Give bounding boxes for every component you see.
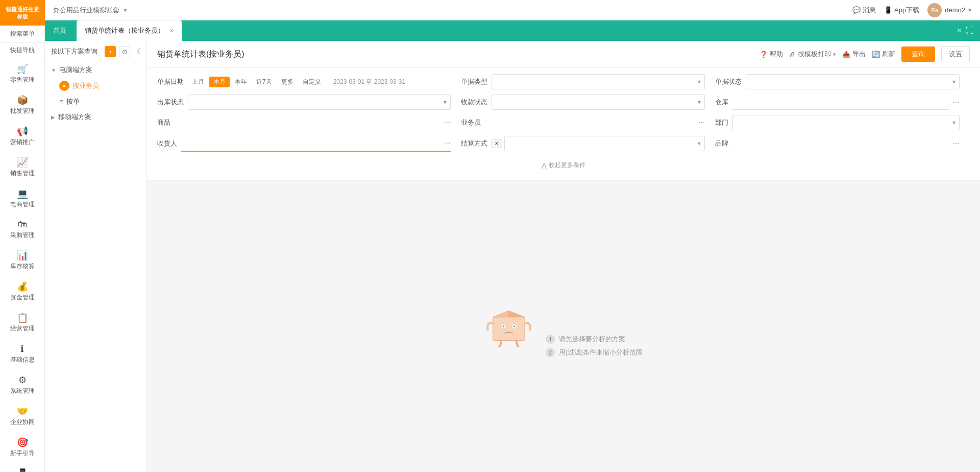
sidebar-item-marketing[interactable]: 📢 营销推广 bbox=[0, 121, 44, 152]
user-area[interactable]: Ea demo2 ▾ bbox=[927, 3, 972, 17]
sidebar-item-enterprise[interactable]: 🤝 企业协同 bbox=[0, 400, 44, 432]
date-tab-thismonth[interactable]: 本月 bbox=[209, 77, 230, 87]
date-tab-more[interactable]: 更多 bbox=[277, 77, 298, 87]
help-label: 帮助 bbox=[770, 50, 783, 59]
brand-more-icon[interactable]: ··· bbox=[953, 139, 960, 148]
tab-expand-btn[interactable]: ⛶ bbox=[966, 26, 974, 35]
export-btn[interactable]: 📤 导出 bbox=[842, 50, 866, 59]
sidebar-item-retail[interactable]: 🛒 零售管理 bbox=[0, 58, 44, 89]
avatar-text: Ea bbox=[932, 7, 938, 13]
sidebar-item-wholesale[interactable]: 📦 批发管理 bbox=[0, 89, 44, 121]
tree-item-order[interactable]: ≡ 按单 bbox=[55, 94, 146, 109]
date-tab-custom[interactable]: 自定义 bbox=[299, 77, 325, 87]
stockstatus-label: 出库状态 bbox=[157, 98, 184, 107]
sidebar-item-appcenter[interactable]: 📱 应用中心 bbox=[0, 463, 44, 472]
goods-input[interactable] bbox=[175, 115, 439, 130]
print-icon: 🖨 bbox=[789, 51, 796, 58]
warehouse-more-icon[interactable]: ··· bbox=[953, 98, 960, 107]
stockstatus-select[interactable] bbox=[188, 95, 451, 110]
receiver-input[interactable] bbox=[181, 135, 439, 151]
refresh-btn[interactable]: 🔄 刷新 bbox=[872, 50, 895, 59]
avatar: Ea bbox=[927, 3, 942, 17]
tree-item-salesman[interactable]: ● 按业务员 bbox=[55, 78, 146, 94]
tab-close-icon[interactable]: × bbox=[169, 27, 174, 35]
edit-scheme-btn[interactable]: ⊙ bbox=[119, 46, 130, 57]
sidebar-item-purchase[interactable]: 🛍 采购管理 bbox=[0, 214, 44, 245]
page-header-actions: ❓ 帮助 🖨 按模板打印 ▾ 📤 导出 🔄 刷新 bbox=[760, 46, 970, 67]
tree-mobile-expand-icon: ▶ bbox=[51, 114, 55, 120]
filter-group-billstatus: 单据状态 ▾ bbox=[715, 74, 970, 89]
tree-mobile[interactable]: ▶ 移动端方案 bbox=[45, 109, 146, 125]
date-tab-last7[interactable]: 近7天 bbox=[252, 77, 276, 87]
topbar: 办公用品行业模拟账套 ▾ 💬 消息 📱 App下载 Ea demo2 ▾ bbox=[45, 0, 980, 20]
help-icon: ❓ bbox=[760, 51, 768, 58]
workspace-dropdown-icon[interactable]: ▾ bbox=[124, 6, 127, 14]
retail-icon: 🛒 bbox=[17, 63, 28, 75]
svg-point-4 bbox=[513, 325, 515, 327]
tab-home-label: 首页 bbox=[53, 26, 66, 35]
date-tab-thisyear[interactable]: 本年 bbox=[231, 77, 251, 87]
app-download-btn[interactable]: 📱 App下载 bbox=[884, 6, 919, 15]
logo-subtext: 标版 bbox=[17, 13, 28, 20]
billstatus-select[interactable] bbox=[746, 74, 960, 89]
tab-close-btn[interactable]: × bbox=[957, 26, 962, 35]
date-tab-lastmonth[interactable]: 上月 bbox=[188, 77, 208, 87]
filter-group-goods: 商品 ··· bbox=[157, 115, 461, 130]
template-print-btn[interactable]: 🖨 按模板打印 ▾ bbox=[789, 50, 836, 59]
export-icon: 📤 bbox=[842, 51, 850, 58]
system-icon: ⚙ bbox=[18, 374, 27, 386]
message-icon: 💬 bbox=[852, 6, 861, 14]
purchase-label: 采购管理 bbox=[10, 231, 35, 240]
filter-group-salesman: 业务员 ··· bbox=[461, 115, 716, 130]
svg-rect-0 bbox=[493, 317, 525, 341]
sidebar-item-newguide[interactable]: 🎯 新手引导 bbox=[0, 432, 44, 463]
page-title: 销货单统计表(按业务员) bbox=[157, 49, 244, 65]
paymentstatus-label: 收款状态 bbox=[461, 98, 487, 107]
messages-label: 消息 bbox=[863, 6, 876, 15]
salesman-input[interactable] bbox=[485, 115, 694, 130]
billtype-select[interactable] bbox=[492, 74, 705, 89]
goods-more-icon[interactable]: ··· bbox=[444, 118, 450, 127]
topbar-right: 💬 消息 📱 App下载 Ea demo2 ▾ bbox=[852, 3, 972, 17]
ecommerce-icon: 💻 bbox=[17, 188, 28, 199]
collapse-more-btn[interactable]: ⋀ 收起更多条件 bbox=[535, 160, 592, 171]
sidebar-item-ecommerce[interactable]: 💻 电商管理 bbox=[0, 183, 44, 214]
filter-row-3: 商品 ··· 业务员 ··· 部门 bbox=[157, 115, 970, 130]
sidebar-quicknav-section[interactable]: 快捷导航 bbox=[0, 43, 44, 58]
workspace-name: 办公用品行业模拟账套 bbox=[53, 6, 119, 15]
system-label: 系统管理 bbox=[10, 387, 35, 395]
settings-button[interactable]: 设置 bbox=[941, 46, 970, 62]
sidebar-item-basicinfo[interactable]: ℹ 基础信息 bbox=[0, 338, 44, 369]
paymethod-select[interactable] bbox=[504, 136, 705, 151]
billtype-label: 单据类型 bbox=[461, 77, 487, 86]
collapse-panel-btn[interactable]: 《 bbox=[133, 47, 140, 56]
user-dropdown-icon[interactable]: ▾ bbox=[968, 6, 972, 14]
sidebar-search-section[interactable]: 搜索菜单 bbox=[0, 26, 44, 43]
tabbar-controls: × ⛶ bbox=[957, 26, 980, 35]
sidebar-item-operations[interactable]: 📋 经营管理 bbox=[0, 307, 44, 338]
receiver-more-icon[interactable]: ··· bbox=[444, 138, 450, 148]
filter-group-paymentstatus: 收款状态 ▾ bbox=[461, 95, 716, 110]
paymethod-tag-close[interactable]: × bbox=[495, 140, 499, 147]
main-area: 办公用品行业模拟账套 ▾ 💬 消息 📱 App下载 Ea demo2 ▾ 首 bbox=[45, 0, 980, 472]
messages-btn[interactable]: 💬 消息 bbox=[852, 6, 876, 15]
sidebar-item-sales[interactable]: 📈 销售管理 bbox=[0, 152, 44, 183]
warehouse-input[interactable] bbox=[732, 95, 948, 110]
logo-text: 畅捷通好生意 bbox=[6, 6, 39, 13]
tab-sales-stat[interactable]: 销货单统计表（按业务员） × bbox=[77, 20, 182, 41]
dept-select[interactable] bbox=[732, 115, 960, 130]
sidebar-item-system[interactable]: ⚙ 系统管理 bbox=[0, 369, 44, 400]
brand-input[interactable] bbox=[732, 136, 948, 151]
tree-desktop[interactable]: ▼ 电脑端方案 bbox=[45, 62, 146, 78]
filter-group-billtype: 单据类型 ▾ bbox=[461, 74, 716, 89]
add-scheme-btn[interactable]: + bbox=[105, 46, 116, 57]
tab-home[interactable]: 首页 bbox=[45, 20, 75, 41]
sidebar-item-finance[interactable]: 💰 资金管理 bbox=[0, 276, 44, 307]
salesman-more-icon[interactable]: ··· bbox=[698, 118, 705, 127]
tree-mobile-label: 移动端方案 bbox=[58, 112, 91, 122]
sidebar-item-inventory[interactable]: 📊 库存核算 bbox=[0, 245, 44, 276]
query-button[interactable]: 查询 bbox=[901, 46, 935, 62]
salesman-active-icon: ● bbox=[59, 81, 69, 91]
help-btn[interactable]: ❓ 帮助 bbox=[760, 50, 783, 59]
paymentstatus-select[interactable] bbox=[492, 95, 705, 110]
